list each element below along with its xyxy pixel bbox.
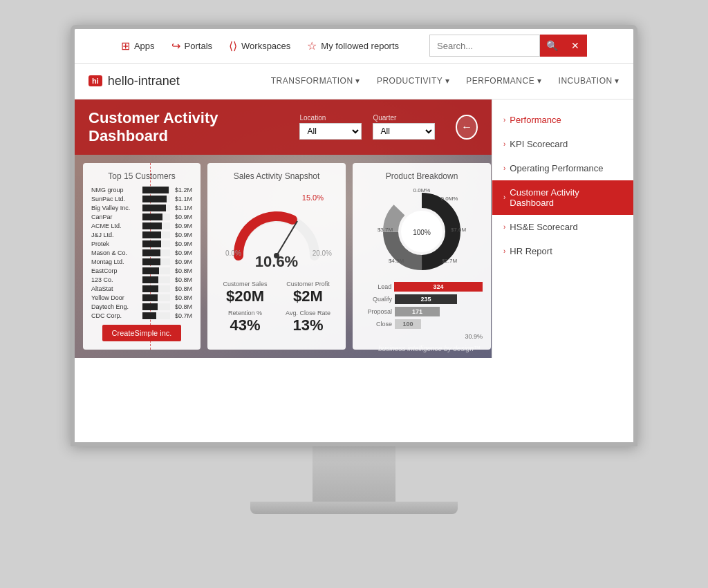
customer-row: NMG group $1.2M: [91, 187, 192, 193]
filter-group: Location All Quarter All: [299, 114, 435, 140]
svg-text:$4.3M: $4.3M: [389, 258, 404, 264]
sidebar-menu-item[interactable]: › HS&E Scorecard: [492, 215, 633, 239]
customer-value: $0.9M: [173, 222, 192, 229]
apps-nav-item[interactable]: ⊞ Apps: [121, 39, 155, 53]
customer-bar: [142, 276, 158, 283]
sidebar-menu-item[interactable]: › Customer Activity Dashboard: [492, 180, 633, 215]
customer-bar-container: [142, 222, 170, 229]
monitor-base: [250, 502, 458, 514]
top-nav: ⊞ Apps ↪ Portals ⟨⟩ Workspaces ☆ My foll…: [75, 29, 633, 64]
customer-value: $1.1M: [173, 196, 192, 202]
workspaces-nav-item[interactable]: ⟨⟩ Workspaces: [229, 39, 290, 53]
svg-text:0.0M%: 0.0M%: [441, 196, 458, 202]
customer-row: AltaStat $0.8M: [91, 285, 192, 292]
main-content: Customer Activity Dashboard Location All…: [75, 99, 633, 358]
customer-value: $0.9M: [173, 240, 192, 247]
apps-icon: ⊞: [121, 39, 130, 53]
customer-name: EastCorp: [91, 267, 140, 274]
search-button[interactable]: 🔍: [540, 35, 563, 57]
search-input[interactable]: [429, 35, 540, 57]
workspaces-label: Workspaces: [241, 41, 290, 51]
customer-bar: [142, 312, 156, 319]
chevron-icon: ›: [503, 223, 505, 231]
customer-sales-stat: Customer Sales $20M: [216, 281, 274, 305]
customer-sales-label: Customer Sales: [216, 281, 274, 287]
customer-name: Montag Ltd.: [91, 258, 140, 265]
customer-name: CDC Corp.: [91, 312, 140, 319]
customer-value: $0.9M: [173, 231, 192, 238]
sidebar-item-label: KPI Scorecard: [510, 139, 568, 149]
brand-nav: hi hello-intranet TRANSFORMATION ▾ PRODU…: [75, 64, 633, 99]
customer-name: Mason & Co.: [91, 249, 140, 256]
sidebar-item-label: Performance: [510, 115, 561, 125]
pipeline-lead: Lead 324: [361, 282, 483, 292]
workspaces-icon: ⟨⟩: [229, 39, 237, 53]
back-button[interactable]: ←: [456, 115, 478, 140]
customer-value: $0.8M: [173, 303, 192, 310]
close-button[interactable]: ✕: [563, 35, 587, 57]
hi-badge: hi: [88, 75, 102, 86]
brand-menu: TRANSFORMATION ▾ PRODUCTIVITY ▾ PERFORMA…: [271, 76, 620, 86]
proposal-bar: 171: [395, 307, 440, 316]
lead-bar: 324: [394, 282, 483, 292]
retention-value: 43%: [216, 316, 274, 334]
product-panel-title: Product Breakdown: [361, 171, 483, 181]
customer-name: Daytech Eng.: [91, 303, 140, 310]
sidebar-menu-item[interactable]: › KPI Scorecard: [492, 132, 633, 156]
sidebar-item-label: HR Report: [510, 246, 552, 256]
sidebar-menu: › Performance› KPI Scorecard› Operating …: [492, 108, 633, 263]
location-label: Location: [299, 114, 362, 122]
customers-panel: Top 15 Customers NMG group $1.2M SunPac …: [83, 163, 201, 350]
customer-bar-container: [142, 214, 170, 220]
performance-menu[interactable]: PERFORMANCE ▾: [466, 76, 541, 86]
donut-svg: 100% 0.0M% 0.0M% $7.6M $2.7M $4.3M $3.7M: [377, 187, 467, 276]
location-filter: Location All: [299, 114, 362, 140]
gauge-value: 10.6%: [255, 253, 298, 271]
customer-name: Yellow Door: [91, 294, 140, 301]
customer-sales-value: $20M: [216, 287, 274, 305]
sidebar-menu-item[interactable]: › HR Report: [492, 239, 633, 263]
customer-bar-container: [142, 249, 170, 256]
close-rate-stat: Avg. Close Rate 13%: [279, 310, 337, 334]
svg-text:$7.6M: $7.6M: [451, 227, 467, 233]
customer-bar: [142, 303, 158, 310]
dashboard-title: Customer Activity Dashboard: [88, 109, 272, 145]
followed-nav-item[interactable]: ☆ My followed reports: [307, 39, 399, 53]
qualify-label: Qualify: [361, 296, 392, 303]
sales-panel: Sales Activity Snapshot: [207, 163, 346, 350]
search-bar: 🔍 ✕: [429, 35, 587, 57]
svg-text:0.0M%: 0.0M%: [413, 187, 431, 193]
sidebar-menu-item[interactable]: › Performance: [492, 108, 633, 132]
customer-value: $1.2M: [173, 187, 192, 193]
pipeline-close: Close 100: [361, 319, 483, 329]
dashboard-footer: business intelligence by design™: [378, 345, 481, 352]
incubation-menu[interactable]: INCUBATION ▾: [559, 76, 620, 86]
create-simple-button[interactable]: CreateSimple inc.: [102, 325, 182, 341]
followed-label: My followed reports: [321, 41, 399, 51]
customer-value: $0.9M: [173, 214, 192, 220]
customer-row: EastCorp $0.8M: [91, 267, 192, 274]
location-select[interactable]: All: [299, 123, 362, 140]
customer-row: CanPar $0.9M: [91, 214, 192, 220]
donut-container: 100% 0.0M% 0.0M% $7.6M $2.7M $4.3M $3.7M: [361, 187, 483, 276]
customers-list: NMG group $1.2M SunPac Ltd. $1.1M Big Va…: [91, 187, 192, 319]
customer-name: Big Valley Inc.: [91, 205, 140, 211]
svg-text:100%: 100%: [413, 229, 431, 236]
customer-bar: [142, 222, 162, 229]
pipeline-qualify: Qualify 235: [361, 294, 483, 304]
customer-bar-container: [142, 187, 170, 193]
portals-nav-item[interactable]: ↪ Portals: [171, 39, 212, 53]
gauge-min: 0.0%: [225, 249, 241, 257]
quarter-select[interactable]: All: [373, 123, 435, 140]
customer-bar: [142, 196, 167, 202]
customer-bar-container: [142, 303, 170, 310]
customer-profit-label: Customer Profit: [279, 281, 337, 287]
customer-bar-container: [142, 258, 170, 265]
sidebar-menu-item[interactable]: › Operating Performance: [492, 156, 633, 180]
customer-name: Protek: [91, 240, 140, 247]
monitor-screen: ⊞ Apps ↪ Portals ⟨⟩ Workspaces ☆ My foll…: [71, 25, 637, 446]
sales-panel-title: Sales Activity Snapshot: [216, 171, 337, 181]
transformation-menu[interactable]: TRANSFORMATION ▾: [271, 76, 360, 86]
productivity-menu[interactable]: PRODUCTIVITY ▾: [377, 76, 449, 86]
customer-value: $0.9M: [173, 258, 192, 265]
